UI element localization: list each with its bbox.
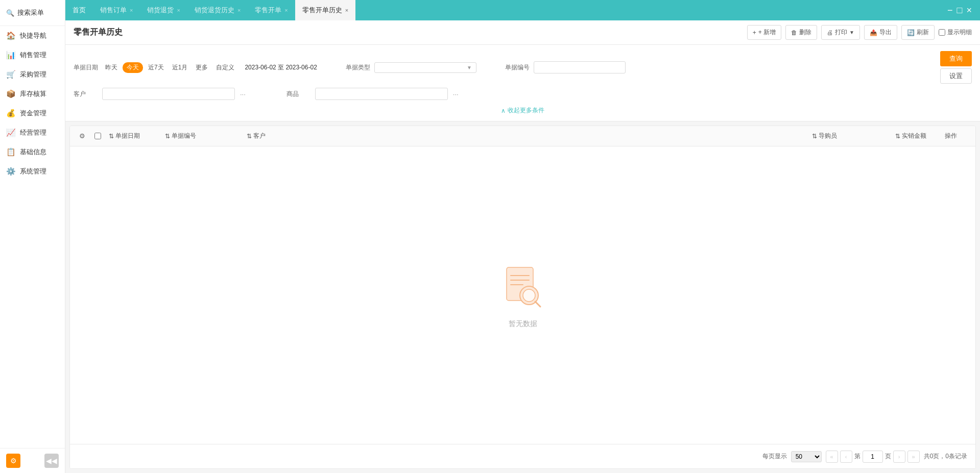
sidebar-item-label: 库存核算 (20, 89, 46, 98)
customer-dots[interactable]: ··· (238, 90, 248, 98)
type-filter-label: 单据类型 (346, 63, 371, 72)
per-page-label: 每页显示 (762, 452, 787, 461)
customer-filter-field: 客户 ··· (74, 88, 248, 100)
add-button[interactable]: + + 新增 (747, 25, 781, 40)
th-guide[interactable]: ⇅ 导购员 (808, 132, 869, 140)
search-icon: 🔍 (6, 9, 14, 17)
display-detail-toggle[interactable]: 显示明细 (939, 28, 972, 37)
refresh-button[interactable]: 🔄 刷新 (901, 25, 935, 40)
goods-filter-input[interactable] (315, 88, 448, 100)
pagination-bar: 每页显示 50 100 200 « ‹ 第 页 › » 共0页，0条记录 (70, 444, 975, 468)
money-icon: 💰 (6, 109, 16, 118)
sort-icon: ⇅ (812, 133, 817, 140)
first-page-button[interactable]: « (826, 451, 838, 463)
window-close-icon[interactable]: × (966, 5, 972, 16)
page-nav: « ‹ 第 页 › » (826, 451, 920, 463)
page-label-after: 页 (885, 452, 891, 461)
sort-icon: ⇅ (165, 133, 170, 140)
empty-text: 暂无数据 (509, 319, 537, 329)
date-option-more[interactable]: 更多 (193, 62, 211, 73)
sidebar-item-system-mgmt[interactable]: ⚙️ 系统管理 (0, 162, 65, 181)
customer-filter-input[interactable] (102, 88, 235, 100)
tab-retail-history[interactable]: 零售开单历史 × (295, 0, 355, 20)
export-icon: 📤 (870, 29, 877, 36)
page-number-input[interactable] (863, 451, 883, 463)
goods-dots[interactable]: ··· (451, 90, 461, 98)
type-filter-field: 单据类型 ▼ (346, 62, 476, 73)
svg-point-5 (523, 289, 535, 302)
sidebar-item-finance-mgmt[interactable]: 💰 资金管理 (0, 104, 65, 123)
tab-retail-open[interactable]: 零售开单 × (248, 0, 295, 20)
settings-icon-button[interactable]: ⚙ (6, 454, 20, 468)
table-settings-icon[interactable]: ⚙ (74, 132, 90, 140)
tab-sales-return-history-label: 销货退货历史 (195, 6, 234, 15)
tab-sales-order-close[interactable]: × (130, 7, 133, 13)
collapse-filter[interactable]: ∧ 收起更多条件 (74, 104, 972, 117)
refresh-icon: 🔄 (907, 29, 915, 36)
sidebar-item-quick-nav[interactable]: 🏠 快捷导航 (0, 26, 65, 45)
sidebar-item-sales-mgmt[interactable]: 📊 销售管理 (0, 45, 65, 65)
print-button[interactable]: 🖨 打印 ▼ (821, 25, 860, 40)
box-icon: 📦 (6, 89, 16, 98)
prev-page-button[interactable]: ‹ (840, 451, 852, 463)
query-button[interactable]: 查询 (940, 51, 972, 66)
sidebar-search[interactable]: 🔍 搜索采单 (0, 5, 65, 20)
th-operation: 操作 (930, 132, 971, 140)
tab-home[interactable]: 首页 (65, 0, 93, 20)
empty-illustration (497, 262, 548, 313)
topbar-close-area: − □ × (947, 5, 972, 16)
date-option-1month[interactable]: 近1月 (169, 62, 191, 73)
customer-filter-label: 客户 (74, 90, 99, 98)
date-option-custom[interactable]: 自定义 (213, 62, 237, 73)
select-all-checkbox[interactable] (94, 133, 101, 139)
sidebar-item-label: 系统管理 (20, 167, 46, 176)
tab-sales-order[interactable]: 销售订单 × (93, 0, 140, 20)
tab-home-label: 首页 (73, 6, 86, 15)
cart-icon: 🛒 (6, 70, 16, 79)
setting-button[interactable]: 设置 (940, 68, 972, 84)
sidebar-item-operations-mgmt[interactable]: 📈 经营管理 (0, 123, 65, 142)
sidebar: 🔍 搜索采单 🏠 快捷导航 📊 销售管理 🛒 采购管理 📦 库存核算 💰 资金管… (0, 0, 65, 473)
next-page-button[interactable]: › (893, 451, 905, 463)
window-maximize-icon[interactable]: □ (957, 5, 963, 16)
date-option-today[interactable]: 今天 (123, 62, 143, 73)
page-toolbar: 零售开单历史 + + 新增 🗑 删除 🖨 打印 ▼ 📤 导出 (65, 20, 980, 45)
table-header-row: ⚙ ⇅ 单据日期 ⇅ 单据编号 ⇅ 客户 ⇅ 导购员 (70, 126, 975, 146)
th-amount[interactable]: ⇅ 实销金额 (869, 132, 930, 140)
sidebar-item-label: 销售管理 (20, 51, 46, 60)
sidebar-item-purchase-mgmt[interactable]: 🛒 采购管理 (0, 65, 65, 84)
chart-icon: 📊 (6, 51, 16, 60)
sidebar-item-label: 基础信息 (20, 147, 46, 157)
tab-retail-history-close[interactable]: × (345, 7, 348, 13)
date-option-yesterday[interactable]: 昨天 (102, 62, 121, 73)
per-page-select[interactable]: 50 100 200 (791, 451, 822, 462)
tab-sales-return-history[interactable]: 销货退货历史 × (187, 0, 248, 20)
last-page-button[interactable]: » (907, 451, 920, 463)
th-date[interactable]: ⇅ 单据日期 (105, 132, 161, 140)
goods-filter-label: 商品 (286, 90, 312, 98)
goods-filter-field: 商品 ··· (286, 88, 461, 100)
export-button[interactable]: 📤 导出 (864, 25, 897, 40)
tab-sales-return[interactable]: 销货退货 × (140, 0, 187, 20)
sort-icon: ⇅ (109, 133, 114, 140)
display-detail-checkbox[interactable] (939, 29, 945, 36)
tab-retail-open-close[interactable]: × (284, 7, 288, 13)
window-minimize-icon[interactable]: − (947, 5, 953, 16)
th-order-no[interactable]: ⇅ 单据编号 (161, 132, 243, 140)
sidebar-item-basic-info[interactable]: 📋 基础信息 (0, 142, 65, 162)
collapse-sidebar-button[interactable]: ◀◀ (44, 454, 59, 468)
tab-sales-return-close[interactable]: × (177, 7, 180, 13)
content-area: 零售开单历史 + + 新增 🗑 删除 🖨 打印 ▼ 📤 导出 (65, 20, 980, 473)
date-option-7days[interactable]: 近7天 (145, 62, 167, 73)
th-customer[interactable]: ⇅ 客户 (243, 132, 808, 140)
delete-button[interactable]: 🗑 删除 (785, 25, 817, 40)
type-filter-select[interactable]: ▼ (374, 62, 476, 73)
table-select-all[interactable] (90, 133, 105, 139)
date-filter-field: 单据日期 昨天 今天 近7天 近1月 更多 自定义 2023-06-02 至 2… (74, 62, 317, 73)
sidebar-item-inventory-mgmt[interactable]: 📦 库存核算 (0, 84, 65, 104)
sidebar-top: 🔍 搜索采单 (0, 0, 65, 26)
sidebar-bottom: ⚙ ◀◀ (0, 448, 65, 473)
sidebar-item-label: 资金管理 (20, 109, 46, 118)
tab-sales-return-history-close[interactable]: × (237, 7, 241, 13)
orderno-filter-input[interactable] (534, 61, 626, 73)
